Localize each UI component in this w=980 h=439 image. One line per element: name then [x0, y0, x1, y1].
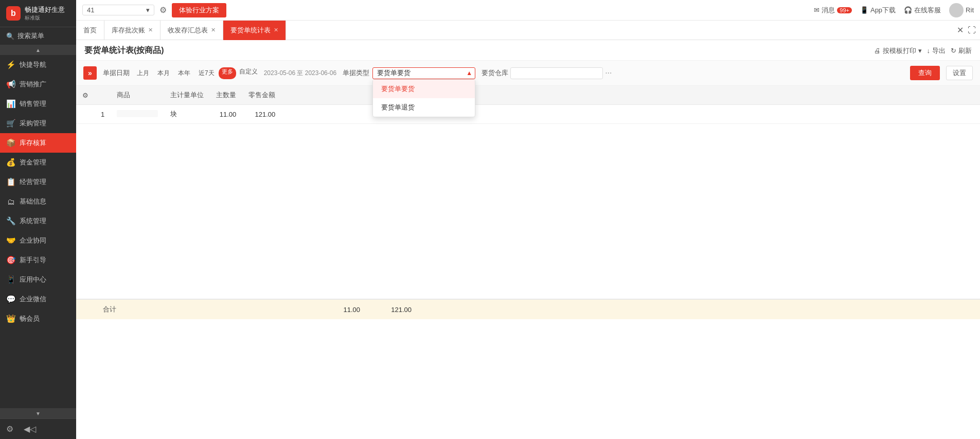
system-icon: 🔧 [6, 216, 15, 226]
sidebar-item-label: 资金管理 [20, 158, 46, 167]
export-action[interactable]: ↓ 导出 [927, 46, 946, 56]
message-badge: 99+ [837, 7, 852, 13]
tab-home[interactable]: 首页 [76, 21, 104, 40]
sidebar-item-label: 畅会员 [20, 314, 40, 323]
date-this-month-btn[interactable]: 本月 [153, 67, 174, 79]
sidebar-item-operation[interactable]: 📋 经营管理 [0, 172, 76, 192]
sidebar-item-label: 基础信息 [20, 197, 46, 206]
collapse-icon[interactable]: ◀◁ [24, 424, 36, 434]
page: 要货单统计表(按商品) 🖨 按模板打印 ▾ ↓ 导出 ↻ 刷新 [76, 40, 980, 439]
sidebar-item-basic[interactable]: 🗂 基础信息 [0, 192, 76, 211]
sidebar-item-label: 企业微信 [20, 295, 46, 304]
logo-icon: b [6, 6, 21, 21]
inventory-icon: 📦 [6, 138, 15, 148]
user-action[interactable]: Rit [949, 3, 974, 17]
type-select-box: ▲ 要货单要货 要货单退货 [372, 67, 475, 79]
tab-inventory-batch[interactable]: 库存批次账 ✕ [104, 21, 161, 40]
dropdown-item-purchase-return[interactable]: 要货单退货 [373, 98, 475, 117]
sidebar-scroll-down[interactable]: ▼ [0, 408, 76, 418]
settings-icon[interactable]: ⚙ [6, 424, 13, 434]
sidebar-item-apps[interactable]: 📱 应用中心 [0, 270, 76, 289]
sidebar-item-marketing[interactable]: 📢 营销推广 [0, 75, 76, 94]
phone-icon: 📱 [860, 6, 868, 14]
filter-expand-button[interactable]: » [83, 66, 97, 80]
table-footer: 合计 11.00 121.00 [76, 299, 980, 319]
tab-close-all-icon[interactable]: ✕ [957, 25, 964, 35]
print-icon: 🖨 [874, 47, 881, 54]
refresh-action[interactable]: ↻ 刷新 [951, 46, 972, 56]
sidebar-item-sales[interactable]: 📊 销售管理 [0, 94, 76, 114]
service-icon: 🎧 [904, 6, 912, 14]
col-quantity: 主数量 [210, 86, 242, 105]
query-button[interactable]: 查询 [910, 66, 940, 80]
trial-button[interactable]: 体验行业方案 [172, 3, 226, 17]
search-icon: 🔍 [6, 32, 14, 40]
date-filter-label: 单据日期 [103, 68, 130, 78]
tab-expand-icon[interactable]: ⛶ [968, 26, 976, 35]
col-settings[interactable]: ⚙ [76, 86, 95, 105]
sidebar-item-guide[interactable]: 🎯 新手引导 [0, 250, 76, 270]
settings-button[interactable]: 设置 [946, 66, 973, 80]
sidebar-item-quick-nav[interactable]: ⚡ 快捷导航 [0, 55, 76, 75]
sidebar-item-purchase[interactable]: 🛒 采购管理 [0, 114, 76, 133]
sidebar-item-inventory[interactable]: 📦 库存核算 [0, 133, 76, 153]
vip-icon: 👑 [6, 314, 15, 323]
tab-close-icon[interactable]: ✕ [274, 27, 278, 33]
warehouse-input[interactable] [510, 67, 603, 79]
filter-more-icon[interactable]: ··· [605, 68, 612, 78]
finance-icon: 💰 [6, 158, 15, 167]
tab-sales-summary[interactable]: 收发存汇总表 ✕ [161, 21, 223, 40]
sales-icon: 📊 [6, 99, 15, 108]
message-action[interactable]: ✉ 消息 99+ [814, 6, 852, 15]
wechat-icon: 💬 [6, 295, 15, 304]
sidebar-scroll-up[interactable]: ▲ [0, 45, 76, 55]
tab-order-stats[interactable]: 要货单统计表 ✕ [223, 21, 286, 40]
topbar: 41 ▾ ⚙ 体验行业方案 ✉ 消息 99+ 📱 App下载 🎧 在线客服 Ri… [76, 0, 980, 21]
tab-sales-summary-label: 收发存汇总表 [168, 26, 208, 35]
cell-product [111, 105, 164, 124]
type-select-input[interactable] [372, 67, 475, 79]
company-selector[interactable]: 41 ▾ [82, 5, 154, 15]
operation-icon: 📋 [6, 177, 15, 187]
date-custom-btn[interactable]: 自定义 [239, 67, 258, 79]
type-filter-section: 单据类型 ▲ 要货单要货 要货单退货 [343, 67, 475, 79]
main-area: 41 ▾ ⚙ 体验行业方案 ✉ 消息 99+ 📱 App下载 🎧 在线客服 Ri… [76, 0, 980, 439]
chevron-down-icon: ▾ [918, 47, 922, 54]
dropdown-item-purchase-order[interactable]: 要货单要货 [373, 80, 475, 98]
date-more-badge[interactable]: 更多 [219, 67, 236, 79]
app-download-action[interactable]: 📱 App下载 [860, 6, 896, 15]
date-options: 上月 本月 本年 近7天 更多 自定义 [133, 67, 258, 79]
tab-close-icon[interactable]: ✕ [211, 27, 216, 33]
search-menu[interactable]: 🔍 搜索菜单 [0, 27, 76, 45]
print-action[interactable]: 🖨 按模板打印 ▾ [874, 46, 922, 56]
guide-icon: 🎯 [6, 255, 15, 265]
sidebar-item-cooperation[interactable]: 🤝 企业协同 [0, 231, 76, 250]
date-filter-section: 单据日期 上月 本月 本年 近7天 更多 自定义 2023-05-06 至 20… [103, 67, 336, 79]
tab-close-icon[interactable]: ✕ [148, 27, 153, 33]
marketing-icon: 📢 [6, 80, 15, 89]
date-last-7days-btn[interactable]: 近7天 [194, 67, 219, 79]
export-icon: ↓ [927, 47, 931, 54]
print-label: 按模板打印 [883, 46, 916, 56]
online-service-action[interactable]: 🎧 在线客服 [904, 6, 941, 15]
col-product: 商品 [111, 86, 164, 105]
col-index [95, 86, 111, 105]
content-area: 要货单统计表(按商品) 🖨 按模板打印 ▾ ↓ 导出 ↻ 刷新 [76, 40, 980, 439]
date-this-year-btn[interactable]: 本年 [174, 67, 194, 79]
sidebar-item-label: 新手引导 [20, 255, 46, 265]
topbar-gear-icon[interactable]: ⚙ [159, 5, 167, 15]
footer-amount: 121.00 [360, 306, 412, 314]
sidebar-item-label: 库存核算 [20, 138, 46, 148]
sidebar-item-vip[interactable]: 👑 畅会员 [0, 309, 76, 328]
sidebar-item-wechat[interactable]: 💬 企业微信 [0, 289, 76, 309]
sidebar-bottom: ⚙ ◀◁ [0, 418, 76, 439]
sidebar-item-finance[interactable]: 💰 资金管理 [0, 153, 76, 172]
sidebar-item-system[interactable]: 🔧 系统管理 [0, 211, 76, 231]
date-last-month-btn[interactable]: 上月 [133, 67, 153, 79]
message-label: 消息 [822, 6, 835, 15]
sidebar-item-label: 快捷导航 [20, 60, 46, 69]
tab-home-label: 首页 [83, 26, 97, 35]
chevron-down-icon: ▾ [146, 6, 150, 14]
empty-space [76, 124, 980, 299]
cell-index: 1 [95, 105, 111, 124]
